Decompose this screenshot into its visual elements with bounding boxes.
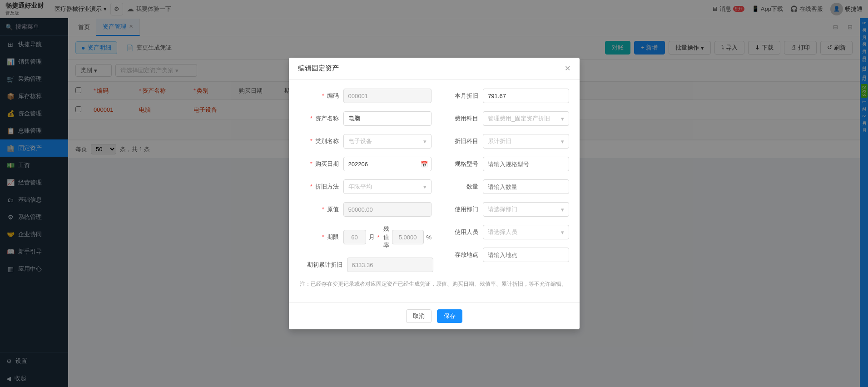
dep-method-select[interactable]: 年限平均 ▾ [343, 179, 432, 194]
expense-account-select[interactable]: 管理费用_固定资产折旧 ▾ [483, 111, 569, 126]
chevron-down-icon: ▾ [561, 115, 564, 122]
purchase-date-input[interactable] [343, 157, 432, 171]
chevron-down-icon: ▾ [561, 138, 564, 145]
form-row-initial-accum: 期初累计折旧 [307, 258, 432, 272]
form-row-quantity: 数量 [446, 179, 569, 194]
cancel-btn[interactable]: 取消 [406, 309, 432, 323]
person-select[interactable]: 请选择人员 ▾ [483, 225, 569, 239]
edit-fixed-asset-modal: 编辑固定资产 ✕ * 编码 [289, 58, 580, 329]
chevron-down-icon: ▾ [423, 138, 427, 145]
form-row-category: * 类别名称 电子设备 ▾ [307, 134, 432, 149]
form-row-original: * 原值 [307, 202, 432, 217]
dep-account-select[interactable]: 累计折旧 ▾ [483, 134, 569, 149]
chevron-down-icon: ▾ [423, 184, 427, 190]
department-select[interactable]: 请选择部门 ▾ [483, 202, 569, 217]
modal-overlay: 编辑固定资产 ✕ * 编码 [0, 0, 868, 387]
location-input[interactable] [483, 248, 569, 262]
form-row-name: * 资产名称 [307, 111, 432, 126]
chevron-down-icon: ▾ [561, 229, 564, 236]
name-input[interactable] [343, 111, 432, 126]
form-row-person: 使用人员 请选择人员 ▾ [446, 225, 569, 239]
form-row-expense-account: 费用科目 管理费用_固定资产折旧 ▾ [446, 111, 569, 126]
chevron-down-icon: ▾ [561, 206, 564, 213]
code-input[interactable] [343, 89, 432, 103]
form-row-period: * 期限 月 * 残值率 % [307, 225, 432, 249]
modal-note: 注：已经存在变更记录或者对应固定资产已经生成凭证，原值、购买日期、残值率、累计折… [300, 280, 569, 288]
category-select[interactable]: 电子设备 ▾ [343, 134, 432, 149]
form-row-code: * 编码 [307, 89, 432, 103]
save-btn[interactable]: 保存 [437, 309, 462, 323]
initial-accum-input[interactable] [347, 258, 433, 272]
original-input[interactable] [343, 202, 432, 217]
modal-title: 编辑固定资产 [298, 64, 339, 73]
modal-close-btn[interactable]: ✕ [565, 64, 570, 73]
residual-input[interactable] [392, 230, 424, 244]
form-row-purchase-date: * 购买日期 📅 [307, 157, 432, 171]
form-row-location: 存放地点 [446, 248, 569, 262]
calendar-icon[interactable]: 📅 [421, 161, 428, 168]
form-row-spec: 规格型号 [446, 157, 569, 171]
form-row-monthly-dep: 本月折旧 [446, 89, 569, 103]
form-row-dep-method: * 折旧方法 年限平均 ▾ [307, 179, 432, 194]
period-input[interactable] [343, 230, 366, 244]
form-row-dep-account: 折旧科目 累计折旧 ▾ [446, 134, 569, 149]
monthly-dep-input[interactable] [483, 89, 569, 103]
form-row-department: 使用部门 请选择部门 ▾ [446, 202, 569, 217]
spec-input[interactable] [483, 157, 569, 171]
quantity-input[interactable] [483, 179, 569, 194]
